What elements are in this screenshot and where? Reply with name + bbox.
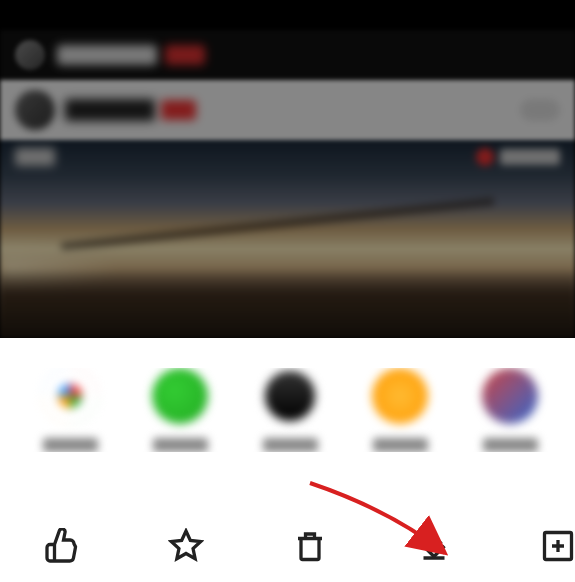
actions-row [0, 520, 575, 582]
share-label-blur [43, 438, 98, 452]
other-icon [482, 368, 538, 424]
share-sheet [0, 338, 575, 582]
share-target-multicolor[interactable] [30, 368, 110, 452]
wechat-icon [152, 368, 208, 424]
plus-box-icon [540, 528, 575, 564]
share-target-star[interactable] [360, 368, 440, 452]
star-outline-icon [168, 528, 204, 564]
star-icon [372, 368, 428, 424]
multicolor-icon [42, 368, 98, 424]
delete-button[interactable] [278, 520, 342, 572]
qq-icon [262, 368, 318, 424]
share-target-other[interactable] [470, 368, 550, 452]
favorite-button[interactable] [154, 520, 218, 572]
add-button[interactable] [526, 520, 575, 572]
trash-icon [292, 528, 328, 564]
share-target-wechat[interactable] [140, 368, 220, 452]
like-button[interactable] [30, 520, 94, 572]
share-target-qq[interactable] [250, 368, 330, 452]
share-label-blur [483, 438, 538, 452]
download-icon [416, 528, 452, 564]
modal-dimmer[interactable] [0, 0, 575, 338]
share-label-blur [263, 438, 318, 452]
share-label-blur [373, 438, 428, 452]
share-targets-row [0, 368, 575, 452]
share-label-blur [153, 438, 208, 452]
thumbs-up-icon [44, 528, 80, 564]
download-button[interactable] [402, 520, 466, 572]
